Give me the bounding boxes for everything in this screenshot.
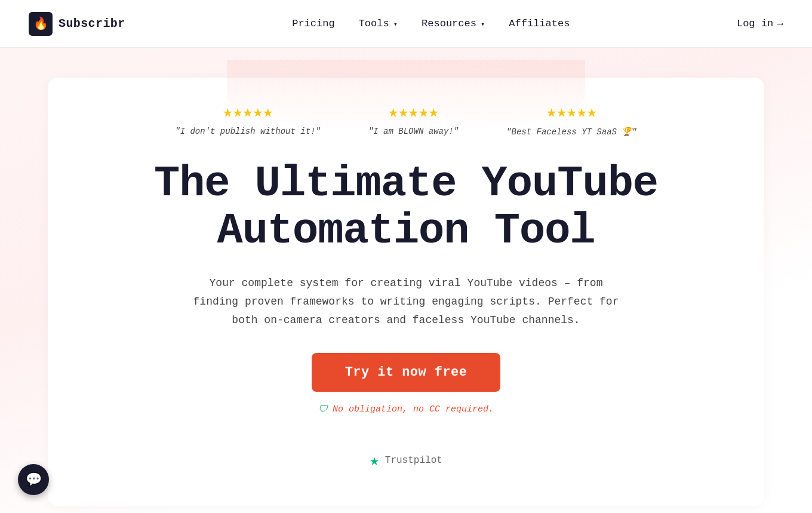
headline-line1: The Ultimate YouTube bbox=[154, 159, 658, 208]
main-headline: The Ultimate YouTube Automation Tool bbox=[84, 161, 728, 255]
nav-item-affiliates[interactable]: Affiliates bbox=[509, 18, 570, 29]
nav-item-pricing[interactable]: Pricing bbox=[292, 18, 334, 29]
nav-item-tools[interactable]: Tools bbox=[359, 18, 398, 29]
quote-3: "Best Faceless YT SaaS 🏆" bbox=[506, 127, 637, 137]
nav-item-resources[interactable]: Resources bbox=[422, 18, 485, 29]
hero-section: ★★★★★ "I don't publish without it!" ★★★★… bbox=[48, 78, 764, 506]
flame-icon: 🔥 bbox=[33, 16, 48, 31]
login-label: Log in bbox=[737, 18, 773, 29]
logo[interactable]: 🔥 Subscribr bbox=[29, 12, 125, 36]
login-link[interactable]: Log in → bbox=[737, 18, 783, 30]
pricing-link[interactable]: Pricing bbox=[292, 18, 334, 29]
login-arrow-icon: → bbox=[777, 18, 783, 30]
tools-link[interactable]: Tools bbox=[359, 18, 398, 29]
chat-bubble[interactable]: 💬 bbox=[18, 464, 49, 495]
trustpilot-star-icon: ★ bbox=[370, 451, 379, 470]
affiliates-link[interactable]: Affiliates bbox=[509, 18, 570, 29]
background-blob bbox=[227, 60, 585, 131]
no-obligation-row: 🛡 No obligation, no CC required. bbox=[84, 404, 728, 415]
trustpilot-label: Trustpilot bbox=[385, 455, 442, 466]
nav-links: Pricing Tools Resources Affiliates bbox=[292, 18, 570, 29]
chat-icon: 💬 bbox=[26, 472, 42, 488]
logo-text: Subscribr bbox=[59, 17, 125, 30]
logo-icon: 🔥 bbox=[29, 12, 53, 36]
no-obligation-text: No obligation, no CC required. bbox=[333, 404, 494, 414]
cta-button[interactable]: Try it now free bbox=[312, 353, 501, 392]
cta-container: Try it now free bbox=[84, 353, 728, 404]
quote-1: "I don't publish without it!" bbox=[175, 127, 321, 136]
headline-line2: Automation Tool bbox=[217, 207, 595, 256]
subheadline: Your complete system for creating viral … bbox=[185, 274, 627, 329]
navbar: 🔥 Subscribr Pricing Tools Resources Affi… bbox=[0, 0, 812, 48]
trustpilot-strip: ★ Trustpilot bbox=[84, 439, 728, 470]
shield-icon: 🛡 bbox=[318, 404, 328, 415]
resources-link[interactable]: Resources bbox=[422, 18, 485, 29]
